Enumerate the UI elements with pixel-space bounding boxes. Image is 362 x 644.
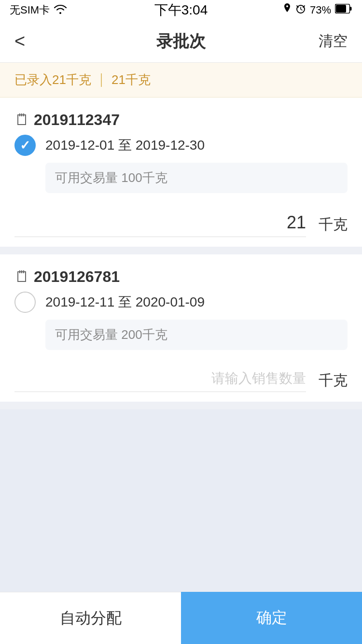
batch-1-select-row[interactable]: 2019-12-01 至 2019-12-30	[14, 135, 348, 156]
batch-1-available: 可用交易量 100千克	[45, 163, 348, 193]
status-bar-left: 无SIM卡	[10, 3, 67, 17]
batch-1-quantity-value: 21	[287, 212, 306, 233]
batch-2-header: 🗒 2019126781	[14, 268, 348, 286]
batch-2-id: 2019126781	[34, 268, 120, 286]
bottom-bar: 自动分配 确定	[0, 592, 362, 644]
carrier-label: 无SIM卡	[10, 3, 50, 17]
total-amount: 21千克	[111, 71, 151, 88]
banner-divider	[101, 73, 102, 87]
batch-1-unit: 千克	[319, 215, 348, 235]
batch-1-header: 🗒 2019112347	[14, 111, 348, 129]
location-icon	[283, 3, 292, 17]
batch-id-icon-1: 🗒	[14, 111, 30, 129]
batch-2-quantity-row: 请输入销售数量 千克	[0, 362, 362, 402]
batch-id-icon-2: 🗒	[14, 268, 30, 286]
wifi-icon	[54, 3, 67, 17]
battery-label: 73%	[310, 4, 331, 16]
confirm-button[interactable]: 确定	[181, 592, 362, 644]
batch-2-placeholder: 请输入销售数量	[14, 369, 306, 388]
recorded-amount: 已录入21千克	[14, 71, 91, 88]
batch-1-input-wrapper[interactable]: 21	[14, 212, 306, 237]
nav-bar: < 录批次 清空	[0, 20, 362, 63]
batch-2-select-row[interactable]: 2019-12-11 至 2020-01-09	[14, 292, 348, 313]
svg-rect-2	[350, 7, 352, 11]
batch-1-date: 2019-12-01 至 2019-12-30	[45, 136, 205, 154]
status-bar-right: 73%	[283, 3, 352, 17]
batch-1-radio[interactable]	[14, 135, 36, 156]
batch-item-2: 🗒 2019126781 2019-12-11 至 2020-01-09 可用交…	[0, 254, 362, 402]
batch-2-available: 可用交易量 200千克	[45, 320, 348, 350]
page-title: 录批次	[156, 30, 206, 53]
back-button[interactable]: <	[14, 31, 43, 52]
batch-item-1: 🗒 2019112347 2019-12-01 至 2019-12-30 可用交…	[0, 98, 362, 247]
alarm-icon	[295, 3, 306, 17]
battery-icon	[335, 4, 352, 16]
batch-2-input-wrapper[interactable]: 请输入销售数量	[14, 369, 306, 392]
status-bar-time: 下午3:04	[154, 1, 208, 19]
clear-button[interactable]: 清空	[319, 31, 348, 51]
auto-distribute-button[interactable]: 自动分配	[0, 592, 181, 644]
batch-2-radio[interactable]	[14, 292, 36, 313]
svg-rect-3	[336, 5, 346, 13]
batch-1-quantity-row: 21 千克	[0, 205, 362, 247]
batch-1-id: 2019112347	[34, 111, 120, 129]
batch-2-date: 2019-12-11 至 2020-01-09	[45, 293, 205, 311]
separator-1	[0, 247, 362, 254]
info-banner: 已录入21千克 21千克	[0, 63, 362, 98]
status-bar: 无SIM卡 下午3:04 73%	[0, 0, 362, 20]
batch-2-unit: 千克	[319, 371, 348, 391]
separator-2	[0, 402, 362, 409]
